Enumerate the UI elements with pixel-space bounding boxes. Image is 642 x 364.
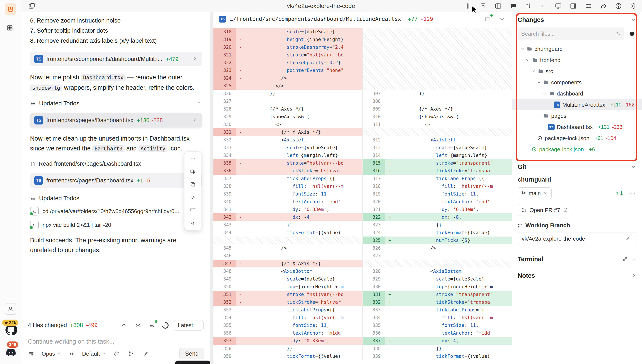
code-text: fontSize: 11,	[247, 190, 362, 198]
message-text: wrappers, simplify the header, refine th…	[62, 84, 195, 91]
pause-icon[interactable]	[464, 2, 472, 10]
account-icon[interactable]	[5, 303, 16, 315]
version-select[interactable]: Latest	[174, 320, 204, 330]
changes-status-bar[interactable]: 4 files changed +308 -499 Latest	[22, 318, 210, 332]
context-line: 330 top={innerHeight + m	[363, 283, 512, 290]
branch-select[interactable]: main	[518, 187, 552, 199]
tree-folder-components[interactable]: components	[512, 77, 642, 88]
annotate-icon[interactable]	[189, 167, 197, 176]
mascot-icon[interactable]	[628, 30, 636, 38]
file-diff-chip[interactable]: TS frontend/src/pages/Dashboard.tsx +1 -…	[30, 173, 202, 188]
git-section-header[interactable]: Git	[518, 159, 636, 174]
updated-todos-row[interactable]: Updated Todos	[30, 100, 202, 107]
menu-icon[interactable]	[584, 2, 593, 10]
open-pr-button[interactable]: Open PR #7	[518, 204, 572, 216]
changes-section-header[interactable]: Changes	[518, 12, 636, 28]
search-input[interactable]	[521, 30, 614, 37]
change-marker	[236, 283, 247, 290]
tree-file-package-lock.json[interactable]: package-lock.json+61-104	[512, 133, 642, 144]
mode-select[interactable]: Default	[82, 350, 106, 357]
line-number: 318	[363, 182, 385, 190]
attach-icon[interactable]	[112, 350, 121, 358]
line-number: 321	[213, 51, 236, 59]
terminal-command-row[interactable]: npx vite build 2>&1 | tail -20	[30, 221, 203, 229]
diff-body[interactable]: 318- scale={dateScale}319- height={inner…	[213, 26, 512, 364]
file-diff-chip[interactable]: TS frontend/src/components/dashboard/Mul…	[30, 52, 202, 66]
tree-folder-frontend[interactable]: frontend	[512, 54, 642, 66]
notes-section-header[interactable]: Notes	[518, 268, 636, 283]
send-button[interactable]: Send	[179, 348, 204, 359]
tree-folder-pages[interactable]: pages	[512, 110, 642, 122]
copy-icon[interactable]	[189, 180, 197, 189]
tree-label: dashboard	[557, 90, 583, 97]
discord-icon[interactable]	[5, 346, 17, 359]
chat-bubble-icon[interactable]	[509, 2, 517, 10]
diff-row: 324- />	[213, 74, 512, 82]
code-text: tickStroke="transpa	[396, 167, 512, 175]
chevron-down-icon[interactable]	[498, 15, 506, 24]
tree-label: churnguard	[534, 46, 563, 52]
scroll-up-icon[interactable]	[120, 321, 128, 330]
context-line: 328 {/* Axes */}	[213, 105, 363, 113]
settings-gear-icon[interactable]	[629, 2, 638, 10]
run-icon[interactable]	[189, 193, 197, 202]
pen-icon[interactable]	[142, 350, 150, 358]
change-marker	[385, 268, 396, 275]
change-marker: -	[236, 28, 247, 36]
terminal-icon[interactable]	[539, 2, 547, 10]
edit-icon[interactable]	[624, 234, 632, 243]
deleted-line: 347- {/* X Axis */}	[213, 260, 363, 268]
file-diff-chip[interactable]: TS frontend/src/pages/Dashboard.tsx +130…	[30, 113, 202, 128]
display-icon[interactable]	[189, 206, 197, 214]
app-logo-icon[interactable]	[5, 4, 16, 15]
more-icon[interactable]: ···	[628, 189, 636, 198]
app-window: vk/4e2a-explore-the-code	[0, 0, 642, 364]
chevron-down-icon	[195, 323, 200, 328]
panel-divider[interactable]	[210, 12, 213, 364]
code-text: <AxisBottom	[396, 268, 512, 275]
tabs-stack-icon[interactable]	[28, 2, 36, 10]
code-text: <>	[396, 120, 512, 128]
terminal-section-header[interactable]: Terminal	[518, 251, 636, 267]
updated-todos-row[interactable]: Updated Todos	[30, 195, 202, 202]
tree-folder-churnguard[interactable]: churnguard	[512, 43, 642, 54]
compare-arrows-icon[interactable]	[524, 2, 532, 10]
display-icon[interactable]	[554, 2, 562, 10]
tree-file-Dashboard.tsx[interactable]: TSDashboard.tsx+131-233	[512, 122, 642, 133]
branch-icon[interactable]	[127, 350, 136, 358]
message-input[interactable]	[28, 338, 204, 345]
line-number: 311	[363, 120, 385, 128]
diff-compare-icon[interactable]	[189, 219, 197, 227]
tree-file-package-lock.json[interactable]: package-lock.json+6	[512, 144, 642, 155]
tune-icon[interactable]	[27, 350, 36, 358]
panel-left-icon[interactable]	[494, 2, 502, 10]
tree-folder-dashboard[interactable]: dashboard	[512, 88, 642, 99]
model-select[interactable]: Opus	[42, 350, 62, 357]
chat-transcript[interactable]: 6. Remove zoom instruction noise 7. Soft…	[22, 12, 210, 318]
scroll-top-icon[interactable]	[479, 2, 487, 10]
branch-icon	[521, 191, 526, 196]
working-branch-field[interactable]: vk/4e2a-explore-the-code	[518, 232, 636, 245]
sparkle-icon[interactable]	[134, 321, 142, 330]
terminal-command-row[interactable]: cd /private/var/folders/10/h7w0q46556ggr…	[30, 207, 203, 216]
panel-right-icon[interactable]	[569, 2, 577, 10]
read-file-row[interactable]: Read frontend/src/pages/Dashboard.tsx	[30, 160, 203, 167]
help-icon[interactable]	[614, 2, 623, 10]
code-text: fill: 'hsl(var(--m	[247, 182, 362, 190]
diff-row: 356 textAnchor: 'midd336 textAnchor: 'mi…	[213, 329, 512, 337]
change-marker	[385, 144, 396, 152]
change-marker	[385, 244, 396, 252]
context-line: 335 fontSize: 11,	[363, 322, 512, 329]
fast-forward-icon[interactable]	[68, 350, 76, 358]
context-line: 329 {showAxis && (	[213, 113, 363, 120]
share-icon[interactable]	[599, 2, 608, 10]
chevron-down-icon[interactable]	[196, 100, 202, 107]
tree-file-MultiLineArea.tsx[interactable]: TSMultiLineArea.tsx+110-162	[512, 99, 642, 110]
more-icon[interactable]	[189, 154, 197, 163]
todos-status-icon[interactable]	[148, 321, 157, 330]
github-stars-badge: 22k	[2, 320, 18, 326]
file-search[interactable]	[518, 28, 624, 40]
tree-folder-src[interactable]: src	[512, 66, 642, 77]
grid-view-icon[interactable]	[6, 24, 14, 32]
split-view-icon[interactable]	[483, 15, 492, 24]
